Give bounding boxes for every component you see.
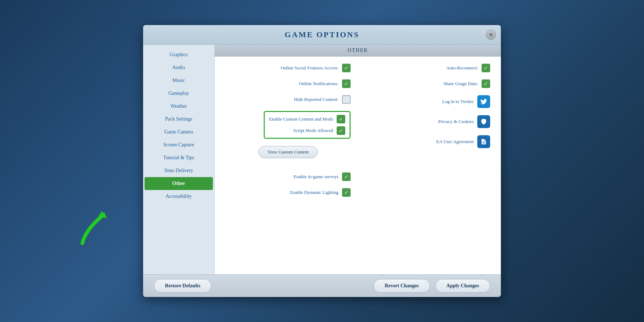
sidebar-item-screen-capture[interactable]: Screen Capture xyxy=(143,138,214,151)
setting-auto-reconnect: Auto-Reconnect: ✓ xyxy=(365,64,490,72)
share-usage-label: Share Usage Data: xyxy=(443,81,478,87)
footer-right-buttons: Revert Changes Apply Changes xyxy=(374,279,490,293)
game-options-modal: Game Options ✕ Graphics Audio Music Game… xyxy=(143,25,501,297)
setting-enable-custom: Enable Custom Content and Mods ✓ xyxy=(269,115,345,123)
content-area: Other Online Social Features Access: ✓ O… xyxy=(215,45,501,274)
dynamic-lighting-label: Enable Dynamic Lighting xyxy=(290,190,338,195)
setting-script-mods: Script Mods Allowed ✓ xyxy=(269,126,345,135)
sidebar-item-graphics[interactable]: Graphics xyxy=(143,48,214,61)
right-column: Auto-Reconnect: ✓ Share Usage Data: ✓ Lo… xyxy=(365,64,490,267)
sidebar-item-tutorial-tips[interactable]: Tutorial & Tips xyxy=(143,151,214,164)
setting-privacy-cookies: Privacy & Cookies xyxy=(365,115,490,128)
apply-changes-button[interactable]: Apply Changes xyxy=(435,279,490,293)
left-arrow-annotation xyxy=(75,208,118,250)
online-social-checkbox[interactable]: ✓ xyxy=(342,64,351,72)
hide-reported-label: Hide Reported Content: xyxy=(294,97,338,102)
sidebar: Graphics Audio Music Gameplay Weather Pa… xyxy=(143,45,215,274)
auto-reconnect-label: Auto-Reconnect: xyxy=(446,65,478,71)
shield-check-icon xyxy=(480,118,487,125)
privacy-cookies-label: Privacy & Cookies xyxy=(438,119,474,125)
script-mods-label: Script Mods Allowed xyxy=(293,128,333,133)
twitter-button[interactable] xyxy=(477,95,490,108)
sidebar-item-gameplay[interactable]: Gameplay xyxy=(143,87,214,100)
setting-twitter: Log in to Twitter xyxy=(365,95,490,108)
sidebar-item-pack-settings[interactable]: Pack Settings xyxy=(143,113,214,126)
setting-hide-reported: Hide Reported Content: xyxy=(225,95,351,104)
hide-reported-checkbox[interactable] xyxy=(342,95,351,104)
modal-title-bar: Game Options ✕ xyxy=(143,25,501,45)
sidebar-item-other[interactable]: Other xyxy=(145,177,213,190)
setting-share-usage: Share Usage Data: ✓ xyxy=(365,79,490,88)
setting-online-notifications: Online Notifications: ✓ xyxy=(225,79,351,88)
sidebar-item-accessibility[interactable]: Accessibility xyxy=(143,190,214,203)
left-column: Online Social Features Access: ✓ Online … xyxy=(225,64,351,267)
sidebar-item-music[interactable]: Music xyxy=(143,74,214,87)
modal-footer: Restore Defaults Revert Changes Apply Ch… xyxy=(143,274,501,297)
ingame-surveys-checkbox[interactable]: ✓ xyxy=(342,172,351,181)
sidebar-item-weather[interactable]: Weather xyxy=(143,100,214,113)
online-notifications-checkbox[interactable]: ✓ xyxy=(342,79,351,88)
twitter-icon xyxy=(480,98,487,105)
script-mods-checkbox[interactable]: ✓ xyxy=(337,126,345,135)
revert-changes-button[interactable]: Revert Changes xyxy=(374,279,430,293)
setting-dynamic-lighting: Enable Dynamic Lighting ✓ xyxy=(225,188,351,197)
privacy-cookies-button[interactable] xyxy=(477,115,490,128)
sidebar-item-game-camera[interactable]: Game Camera xyxy=(143,126,214,138)
share-usage-checkbox[interactable]: ✓ xyxy=(482,79,490,88)
enable-custom-checkbox[interactable]: ✓ xyxy=(337,115,345,123)
document-icon xyxy=(480,138,487,145)
close-button[interactable]: ✕ xyxy=(486,30,496,40)
ea-agreement-button[interactable] xyxy=(477,135,490,148)
dynamic-lighting-checkbox[interactable]: ✓ xyxy=(342,188,351,197)
setting-ingame-surveys: Enable in-game surveys ✓ xyxy=(225,172,351,181)
sidebar-item-sims-delivery[interactable]: Sims Delivery xyxy=(143,164,214,177)
custom-content-highlight-box: Enable Custom Content and Mods ✓ Script … xyxy=(264,111,351,139)
modal-title: Game Options xyxy=(285,30,360,39)
ingame-surveys-label: Enable in-game surveys xyxy=(294,174,338,180)
online-notifications-label: Online Notifications: xyxy=(299,81,338,87)
setting-ea-agreement: EA User Agreement xyxy=(365,135,490,148)
sidebar-item-audio[interactable]: Audio xyxy=(143,61,214,74)
ea-agreement-label: EA User Agreement xyxy=(436,139,474,145)
view-custom-content-button[interactable]: View Custom Content xyxy=(258,146,318,158)
content-header: Other xyxy=(215,45,501,57)
auto-reconnect-checkbox[interactable]: ✓ xyxy=(482,64,490,72)
modal-body: Graphics Audio Music Gameplay Weather Pa… xyxy=(143,45,501,274)
online-social-label: Online Social Features Access: xyxy=(281,65,338,71)
restore-defaults-button[interactable]: Restore Defaults xyxy=(154,279,211,293)
content-body: Online Social Features Access: ✓ Online … xyxy=(215,57,501,274)
twitter-label: Log in to Twitter xyxy=(442,99,474,104)
enable-custom-label: Enable Custom Content and Mods xyxy=(269,116,333,122)
setting-online-social: Online Social Features Access: ✓ xyxy=(225,64,351,72)
